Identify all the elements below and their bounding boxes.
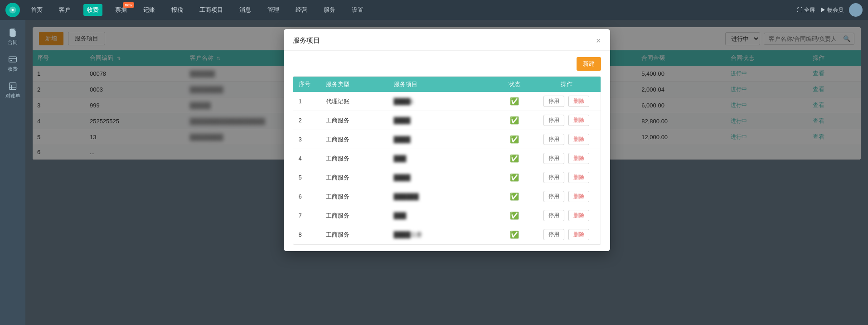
- modal-table-row: 2 工商服务 ████ ✅ 停用 删除: [293, 111, 601, 130]
- svg-rect-4: [9, 57, 17, 62]
- nav-item-home[interactable]: 首页: [27, 4, 46, 16]
- modal-th-type: 服务类型: [320, 77, 388, 92]
- modal-cell-type: 代理记账: [320, 92, 388, 111]
- svg-rect-7: [10, 83, 16, 90]
- sidebar: 合同 收费 对账单: [0, 20, 25, 325]
- nav-item-shezhi[interactable]: 设置: [348, 4, 367, 16]
- modal-cell-type: 工商服务: [320, 130, 388, 149]
- modal-cell-item: ████: [388, 130, 496, 149]
- modal-body: 新建 序号 服务类型 服务项目 状态 操作: [284, 51, 610, 251]
- status-check-icon: ✅: [510, 212, 519, 219]
- delete-button[interactable]: 删除: [568, 191, 589, 202]
- modal-cell-no: 8: [293, 225, 320, 244]
- modal-table-row: 5 工商服务 ████ ✅ 停用 删除: [293, 168, 601, 187]
- fullscreen-label[interactable]: ⛶ 全屏: [797, 6, 815, 14]
- sidebar-item-shoufei[interactable]: 收费: [1, 51, 24, 76]
- modal-cell-ops: 停用 删除: [533, 187, 601, 206]
- delete-button[interactable]: 删除: [568, 210, 589, 221]
- nav-item-shoufei[interactable]: 收费: [83, 4, 102, 16]
- main-content: 新增 服务项目 进行中 已完成 全部 🔍: [25, 20, 868, 325]
- modal-cell-no: 7: [293, 206, 320, 225]
- modal-cell-item: ███: [388, 206, 496, 225]
- modal-cell-ops: 停用 删除: [533, 168, 601, 187]
- nav-item-customer[interactable]: 客户: [55, 4, 74, 16]
- modal-cell-type: 工商服务: [320, 168, 388, 187]
- modal-th-status: 状态: [496, 77, 533, 92]
- nav-item-xiaoxi[interactable]: 消息: [236, 4, 255, 16]
- status-check-icon: ✅: [510, 231, 519, 238]
- sidebar-item-hetong[interactable]: 合同: [1, 24, 24, 49]
- delete-button[interactable]: 删除: [568, 153, 589, 164]
- modal-cell-status: ✅: [496, 206, 533, 225]
- nav-item-jingying[interactable]: 经营: [292, 4, 311, 16]
- modal-cell-ops: 停用 删除: [533, 130, 601, 149]
- modal-cell-ops: 停用 删除: [533, 92, 601, 111]
- modal-cell-no: 5: [293, 168, 320, 187]
- top-nav: 首页 客户 收费 票据 new 记账 报税 工商项目 消息 管理 经营 服务 设…: [0, 0, 868, 20]
- modal-cell-status: ✅: [496, 225, 533, 244]
- stop-button[interactable]: 停用: [543, 96, 564, 107]
- modal-cell-item: ████注册: [388, 225, 496, 244]
- modal-table-row: 6 工商服务 ██████ ✅ 停用 删除: [293, 187, 601, 206]
- modal-cell-type: 工商服务: [320, 111, 388, 130]
- modal-overlay[interactable]: 服务项目 × 新建 序号 服务类型 服务项目: [25, 20, 868, 325]
- modal-cell-status: ✅: [496, 187, 533, 206]
- nav-right: ⛶ 全屏 ▶ 畅会员: [797, 3, 863, 17]
- service-item-modal: 服务项目 × 新建 序号 服务类型 服务项目: [284, 29, 610, 251]
- sidebar-label-duizhang: 对账单: [5, 92, 20, 99]
- nav-item-jizhang[interactable]: 记账: [140, 4, 159, 16]
- modal-th-item: 服务项目: [388, 77, 496, 92]
- layout: 合同 收费 对账单 新增 服务项目: [0, 20, 868, 325]
- stop-button[interactable]: 停用: [543, 153, 564, 164]
- status-check-icon: ✅: [510, 136, 519, 143]
- delete-button[interactable]: 删除: [568, 96, 589, 107]
- modal-cell-type: 工商服务: [320, 149, 388, 168]
- nav-item-fuwu[interactable]: 服务: [320, 4, 339, 16]
- sidebar-item-duizhang[interactable]: 对账单: [1, 78, 24, 103]
- modal-close-button[interactable]: ×: [596, 37, 601, 45]
- stop-button[interactable]: 停用: [543, 229, 564, 240]
- modal-table-row: 4 工商服务 ███ ✅ 停用 删除: [293, 149, 601, 168]
- nav-item-piao[interactable]: 票据 new: [112, 4, 131, 16]
- delete-button[interactable]: 删除: [568, 172, 589, 183]
- modal-cell-ops: 停用 删除: [533, 206, 601, 225]
- modal-cell-status: ✅: [496, 168, 533, 187]
- modal-title: 服务项目: [293, 36, 320, 45]
- modal-cell-ops: 停用 删除: [533, 111, 601, 130]
- stop-button[interactable]: 停用: [543, 134, 564, 145]
- modal-table-wrap[interactable]: 序号 服务类型 服务项目 状态 操作 1 代理记账 ████1 ✅: [293, 76, 601, 245]
- status-check-icon: ✅: [510, 155, 519, 162]
- new-service-button[interactable]: 新建: [577, 57, 601, 71]
- delete-button[interactable]: 删除: [568, 229, 589, 240]
- stop-button[interactable]: 停用: [543, 115, 564, 126]
- modal-cell-no: 4: [293, 149, 320, 168]
- modal-cell-ops: 停用 删除: [533, 225, 601, 244]
- service-items-table: 序号 服务类型 服务项目 状态 操作 1 代理记账 ████1 ✅: [293, 77, 601, 244]
- vip-label[interactable]: ▶ 畅会员: [820, 6, 844, 14]
- modal-table-row: 3 工商服务 ████ ✅ 停用 删除: [293, 130, 601, 149]
- app-logo[interactable]: [5, 3, 20, 17]
- stop-button[interactable]: 停用: [543, 191, 564, 202]
- modal-th-ops: 操作: [533, 77, 601, 92]
- nav-item-gongshang[interactable]: 工商项目: [196, 4, 227, 16]
- delete-button[interactable]: 删除: [568, 134, 589, 145]
- modal-cell-no: 6: [293, 187, 320, 206]
- modal-cell-no: 2: [293, 111, 320, 130]
- modal-cell-item: ██████: [388, 187, 496, 206]
- modal-cell-type: 工商服务: [320, 187, 388, 206]
- sidebar-label-shoufei: 收费: [8, 66, 18, 73]
- status-check-icon: ✅: [510, 116, 519, 124]
- stop-button[interactable]: 停用: [543, 172, 564, 183]
- modal-header: 服务项目 ×: [284, 29, 610, 51]
- nav-items: 首页 客户 收费 票据 new 记账 报税 工商项目 消息 管理 经营 服务 设…: [27, 4, 797, 16]
- modal-table-row: 7 工商服务 ███ ✅ 停用 删除: [293, 206, 601, 225]
- modal-cell-status: ✅: [496, 111, 533, 130]
- nav-item-guanli[interactable]: 管理: [264, 4, 283, 16]
- delete-button[interactable]: 删除: [568, 115, 589, 126]
- modal-cell-status: ✅: [496, 149, 533, 168]
- modal-cell-no: 3: [293, 130, 320, 149]
- user-avatar[interactable]: [849, 3, 863, 17]
- nav-item-baoshui[interactable]: 报税: [168, 4, 187, 16]
- sidebar-label-hetong: 合同: [8, 39, 18, 46]
- stop-button[interactable]: 停用: [543, 210, 564, 221]
